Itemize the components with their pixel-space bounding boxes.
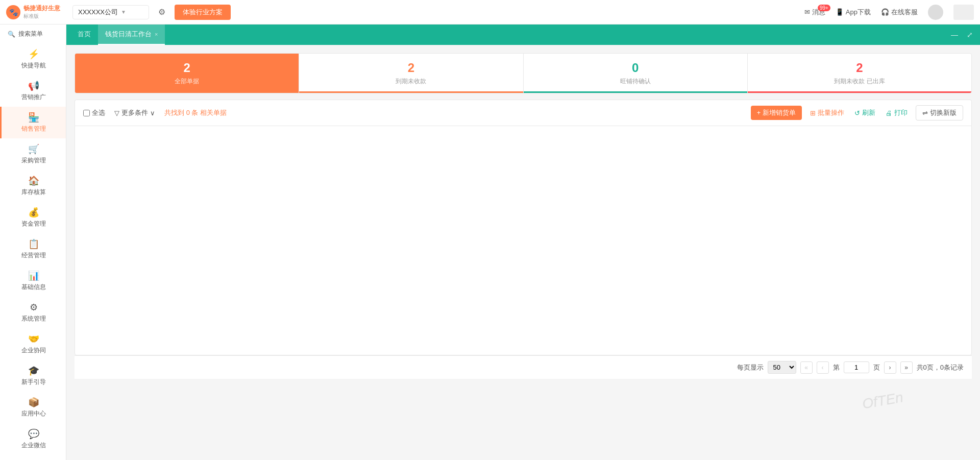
user-panel[interactable] [953,5,974,20]
batch-label: 批量操作 [818,108,844,117]
sidebar-item-label: 系统管理 [21,314,46,323]
company-name: XXXXXX公司 [78,8,118,17]
service-icon: 🎧 [881,8,889,16]
minimize-icon: — [951,31,958,39]
sidebar-item-label: 经营管理 [21,251,46,260]
sidebar-item-label: 企业微信 [21,441,46,450]
print-button[interactable]: 🖨 打印 [884,106,910,120]
sidebar-item-label: 采购管理 [21,156,46,165]
stat-card-overdue-out[interactable]: 2 到期未收款 已出库 [748,54,971,93]
stat-card-pending[interactable]: 0 旺铺待确认 [524,54,748,93]
app-center-icon: 📦 [28,397,39,408]
chevron-down-icon: ∨ [150,109,155,117]
print-icon: 🖨 [886,109,892,117]
found-count: 0 [186,109,190,116]
filter-button[interactable]: ▽ 更多条件 ∨ [110,106,159,119]
sidebar-item-label: 企业协同 [21,346,46,355]
add-order-button[interactable]: + 新增销货单 [751,106,802,120]
found-unit: 条 [191,109,198,116]
refresh-label: 刷新 [862,108,875,117]
sidebar-item-cooperation[interactable]: 🤝 企业协同 [0,328,66,360]
tab-home[interactable]: 首页 [70,25,98,45]
chevron-down-icon: ▼ [121,9,126,15]
stat-num-pending: 0 [534,61,737,75]
download-icon: 📱 [836,8,844,16]
tab-cash-flow-label: 钱货日清工作台 [105,30,152,39]
first-page-button[interactable]: « [800,361,813,374]
found-suffix: 相关单据 [200,109,227,116]
sidebar-item-member[interactable]: 👑 畅会员 [0,455,66,460]
sidebar-item-purchase[interactable]: 🛒 采购管理 [0,138,66,170]
top-header: 🐾 畅捷通好生意 标准版 XXXXXX公司 ▼ ⚙ 体验行业方案 ✉ 消息 99… [0,0,980,25]
tab-cash-flow[interactable]: 钱货日清工作台 × [98,25,165,45]
switch-label: 切换新版 [930,108,957,117]
message-button[interactable]: ✉ 消息 99+ [804,8,825,17]
stat-card-overdue[interactable]: 2 到期未收款 [299,54,523,93]
inventory-icon: 🏠 [28,175,39,186]
per-page-select[interactable]: 50 20 100 [768,361,796,374]
tab-home-label: 首页 [78,30,91,39]
sidebar-item-finance[interactable]: 💰 资金管理 [0,202,66,233]
online-service-label: 在线客服 [891,8,918,17]
sidebar-item-label: 新手引导 [21,378,46,386]
tab-bar: 首页 钱货日清工作台 × — ⤢ [66,25,980,45]
page-suffix: 页 [873,363,880,372]
select-all-input[interactable] [83,110,90,116]
maximize-button[interactable]: ⤢ [964,29,976,41]
select-all-checkbox[interactable]: 全选 [83,108,105,117]
sidebar-item-marketing[interactable]: 📢 营销推广 [0,75,66,107]
stat-label-all: 全部单据 [85,77,288,86]
brand-name: 畅捷通好生意 [23,5,60,13]
online-service-button[interactable]: 🎧 在线客服 [881,8,918,17]
stat-card-all[interactable]: 2 全部单据 [75,54,299,93]
sidebar-item-app-center[interactable]: 📦 应用中心 [0,392,66,423]
refresh-icon: ↺ [854,109,860,117]
tab-close-icon[interactable]: × [155,31,158,37]
toolbar: 全选 ▽ 更多条件 ∨ 共找到 0 条 相关单据 + 新增销货单 ⊞ 批量操作 … [75,100,972,126]
sub-label: 标准版 [23,13,60,19]
sidebar-item-quick-nav[interactable]: ⚡ 快捷导航 [0,43,66,75]
sidebar-item-basic-info[interactable]: 📊 基础信息 [0,265,66,297]
select-all-label: 全选 [92,108,105,117]
sidebar-item-inventory[interactable]: 🏠 库存核算 [0,170,66,202]
search-icon: 🔍 [8,31,15,38]
gear-icon: ⚙ [158,7,165,17]
trial-button[interactable]: 体验行业方案 [175,5,231,20]
stat-num-overdue-out: 2 [758,61,961,75]
sidebar-item-system[interactable]: ⚙ 系统管理 [0,297,66,328]
table-area [75,126,972,355]
per-page-label: 每页显示 [737,363,764,372]
next-page-button[interactable]: › [884,361,896,374]
marketing-icon: 📢 [28,80,39,91]
found-prefix: 共找到 [164,109,184,116]
switch-version-button[interactable]: ⇌ 切换新版 [916,105,963,120]
sidebar-item-label: 库存核算 [21,188,46,197]
tab-bar-actions: — ⤢ [948,29,976,41]
settings-button[interactable]: ⚙ [154,5,169,20]
total-info: 共0页，0条记录 [917,363,964,372]
search-menu-item[interactable]: 🔍 搜索菜单 [0,25,66,43]
sidebar-item-sales[interactable]: 🏪 销售管理 [0,107,66,138]
company-selector[interactable]: XXXXXX公司 ▼ [72,5,149,19]
minimize-button[interactable]: — [948,29,961,41]
refresh-button[interactable]: ↺ 刷新 [852,106,877,120]
page-input[interactable] [844,361,869,373]
sidebar-item-label: 应用中心 [21,409,46,418]
batch-operation-button[interactable]: ⊞ 批量操作 [808,106,846,120]
sidebar-item-operations[interactable]: 📋 经营管理 [0,233,66,265]
sidebar-item-wechat[interactable]: 💬 企业微信 [0,423,66,455]
filter-icon: ▽ [114,109,119,117]
sales-icon: 🏪 [28,112,39,123]
last-page-button[interactable]: » [900,361,913,374]
prev-page-button[interactable]: ‹ [817,361,829,374]
print-label: 打印 [894,108,908,117]
avatar[interactable] [928,5,943,20]
stat-label-overdue: 到期未收款 [309,77,512,86]
stat-num-overdue: 2 [309,61,512,75]
app-download-button[interactable]: 📱 App下载 [836,8,871,17]
logo-area: 🐾 畅捷通好生意 标准版 [6,5,72,19]
sidebar-item-label: 销售管理 [21,125,46,133]
sidebar: 🔍 搜索菜单 ⚡ 快捷导航 📢 营销推广 🏪 销售管理 🛒 采购管理 🏠 库存核… [0,25,66,460]
sidebar-item-label: 快捷导航 [21,61,46,70]
sidebar-item-newbie[interactable]: 🎓 新手引导 [0,360,66,392]
